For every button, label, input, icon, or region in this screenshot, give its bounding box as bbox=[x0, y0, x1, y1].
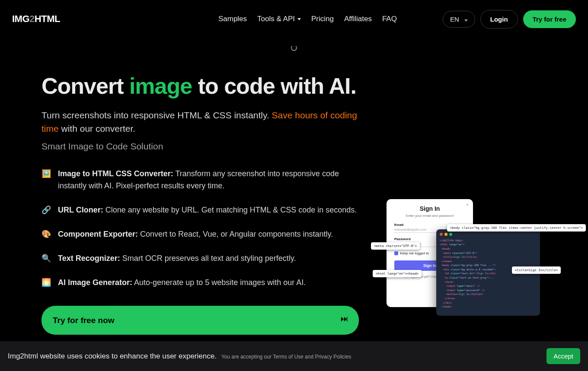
code-line: <title>Sign In</title> bbox=[440, 255, 537, 259]
site-header: IMG2HTML Samples Tools & API Pricing Aff… bbox=[0, 0, 588, 38]
cta-label: Try for free now bbox=[53, 316, 115, 325]
hero-title-pre: Convert bbox=[42, 73, 129, 98]
nav-pricing[interactable]: Pricing bbox=[311, 15, 334, 23]
code-line: <form> bbox=[440, 280, 537, 284]
brand-logo[interactable]: IMG2HTML bbox=[12, 13, 60, 25]
feature-desc: Convert to React, Vue, or Angular compon… bbox=[138, 230, 333, 238]
hero-title-accent: image bbox=[129, 73, 192, 98]
sunset-icon: 🌅 bbox=[42, 278, 51, 287]
cookie-small: You are accepting our Terms of Use and P… bbox=[221, 354, 352, 360]
picture-icon: 🖼️ bbox=[42, 169, 51, 178]
hero-tagline: Smart Image to Code Solution bbox=[42, 141, 359, 152]
code-line: <html lang="en"> bbox=[440, 242, 537, 247]
code-line: <meta charset="UTF-8"> bbox=[440, 251, 537, 255]
feature-ai-image-generator: 🌅 AI Image Generator: Auto-generate up t… bbox=[42, 277, 359, 289]
yellow-dot-icon bbox=[444, 233, 447, 236]
feature-desc: Smart OCR preserves all text and styling… bbox=[120, 254, 296, 263]
hero-sub-pre: Turn screenshots into responsive HTML & … bbox=[42, 110, 272, 120]
traffic-lights-icon bbox=[440, 233, 537, 236]
try-for-free-now-button[interactable]: Try for free now bbox=[42, 306, 359, 335]
loading-spinner-icon bbox=[291, 45, 297, 51]
nav-tools-api[interactable]: Tools & API bbox=[257, 15, 301, 23]
feature-title: Image to HTML CSS Converter: bbox=[58, 169, 173, 178]
nav-samples[interactable]: Samples bbox=[218, 15, 247, 23]
feature-list: 🖼️ Image to HTML CSS Converter: Transfor… bbox=[42, 168, 359, 289]
feature-text: Image to HTML CSS Converter: Transform a… bbox=[58, 168, 359, 192]
code-line: <p class="text-sm text-gray">... bbox=[440, 276, 537, 280]
brand-part2: 2 bbox=[29, 13, 35, 24]
code-line: </head> bbox=[440, 259, 537, 263]
tooltip-title: <title>Sign In</title> bbox=[512, 266, 561, 274]
tooltip-html: <html lang="en"><head> bbox=[373, 270, 422, 277]
code-line: <input type="email" /> bbox=[440, 284, 537, 288]
preview-signin-title: Sign In bbox=[394, 205, 465, 212]
link-icon: 🔗 bbox=[42, 205, 51, 215]
nav-faq[interactable]: FAQ bbox=[382, 15, 397, 23]
nav-tools-label: Tools & API bbox=[257, 15, 295, 23]
cookie-banner: Img2html website uses cookies to enhance… bbox=[0, 341, 588, 371]
brand-part3: HTML bbox=[35, 13, 60, 24]
red-dot-icon bbox=[440, 233, 443, 236]
preview-illustration: × Sign In Enter your email and password … bbox=[374, 199, 542, 320]
feature-title: Component Exporter: bbox=[58, 230, 138, 238]
code-line: <head> bbox=[440, 247, 537, 251]
close-icon: × bbox=[466, 203, 469, 207]
feature-desc: Clone any website by URL. Get matching H… bbox=[103, 206, 357, 214]
primary-nav: Samples Tools & API Pricing Affiliates F… bbox=[218, 15, 397, 23]
palette-icon: 🎨 bbox=[42, 229, 51, 239]
hero-right: × Sign In Enter your email and password … bbox=[369, 73, 546, 368]
search-icon: 🔍 bbox=[42, 254, 51, 263]
code-line: <button>Sign In</button> bbox=[440, 292, 537, 296]
code-line: <!DOCTYPE html> bbox=[440, 238, 537, 243]
svg-rect-0 bbox=[347, 317, 348, 322]
hero-title: Convert image to code with AI. bbox=[42, 73, 359, 98]
feature-title: Text Recognizer: bbox=[58, 254, 120, 263]
hero-title-post: to code with AI. bbox=[192, 73, 356, 98]
feature-text: Component Exporter: Convert to React, Vu… bbox=[58, 228, 333, 241]
chevron-down-icon bbox=[464, 16, 468, 23]
feature-title: URL Cloner: bbox=[58, 206, 103, 214]
green-dot-icon bbox=[449, 233, 452, 236]
code-line: <input type="password" /> bbox=[440, 288, 537, 292]
cookie-main: Img2html website uses cookies to enhance… bbox=[8, 352, 217, 360]
tooltip-meta: <meta charset="UTF-8"> bbox=[371, 242, 420, 250]
feature-component-exporter: 🎨 Component Exporter: Convert to React, … bbox=[42, 228, 359, 241]
cookie-text: Img2html website uses cookies to enhance… bbox=[8, 352, 351, 361]
feature-text: Text Recognizer: Smart OCR preserves all… bbox=[58, 253, 296, 265]
code-line: </body> bbox=[440, 304, 537, 309]
login-button[interactable]: Login bbox=[480, 10, 518, 29]
preview-keep-label: Keep me logged in bbox=[400, 251, 429, 255]
hero-subtitle: Turn screenshots into responsive HTML & … bbox=[42, 109, 359, 135]
cookie-accept-button[interactable]: Accept bbox=[546, 348, 580, 364]
language-label: EN bbox=[450, 16, 459, 23]
fast-forward-icon bbox=[340, 315, 348, 325]
code-line: </div> bbox=[440, 301, 537, 305]
tooltip-body: <body class="bg-gray-100 flex items-cent… bbox=[447, 224, 586, 231]
feature-title: AI Image Generator: bbox=[58, 278, 132, 287]
feature-text: URL Cloner: Clone any website by URL. Ge… bbox=[58, 204, 357, 216]
feature-image-converter: 🖼️ Image to HTML CSS Converter: Transfor… bbox=[42, 168, 359, 192]
hero-sub-post: with our converter. bbox=[59, 124, 135, 133]
feature-text: AI Image Generator: Auto-generate up to … bbox=[58, 277, 306, 289]
code-line: </form> bbox=[440, 296, 537, 301]
feature-text-recognizer: 🔍 Text Recognizer: Smart OCR preserves a… bbox=[42, 253, 359, 265]
hero-left: Convert image to code with AI. Turn scre… bbox=[42, 73, 359, 368]
header-actions: EN Login Try for free bbox=[443, 10, 576, 29]
nav-affiliates[interactable]: Affiliates bbox=[344, 15, 372, 23]
language-selector[interactable]: EN bbox=[443, 11, 475, 28]
brand-part1: IMG bbox=[12, 13, 29, 24]
preview-signin-subtitle: Enter your email and password bbox=[394, 214, 465, 218]
checkbox-icon bbox=[394, 251, 398, 255]
try-for-free-button[interactable]: Try for free bbox=[523, 10, 576, 28]
main-content: Convert image to code with AI. Turn scre… bbox=[0, 51, 588, 368]
feature-url-cloner: 🔗 URL Cloner: Clone any website by URL. … bbox=[42, 204, 359, 216]
feature-desc: Auto-generate up to 5 website images wit… bbox=[132, 278, 306, 287]
